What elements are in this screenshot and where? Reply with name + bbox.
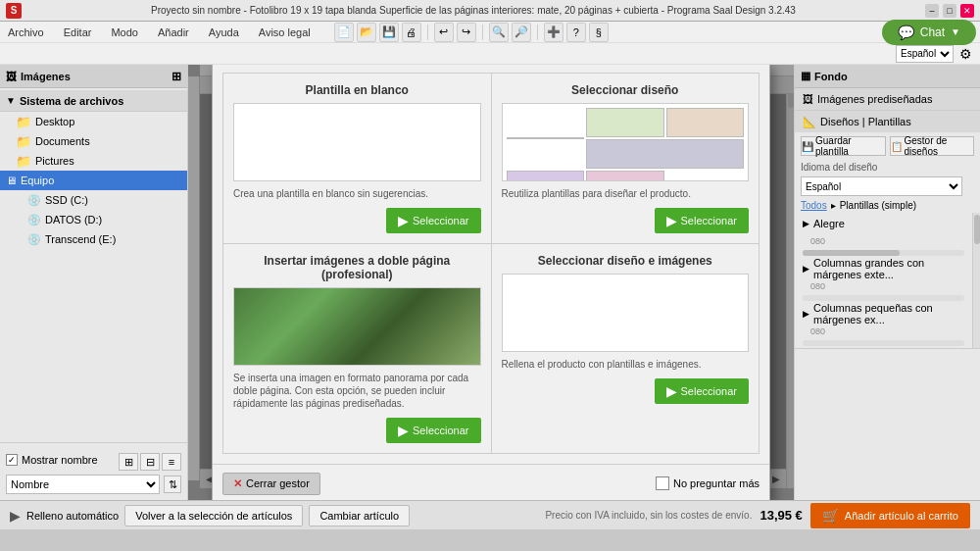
- no-ask-checkbox[interactable]: [656, 476, 669, 490]
- footer-left: ▶ Relleno automático Volver a la selecci…: [10, 505, 410, 526]
- drive-icon: 💿: [27, 194, 41, 207]
- design-list: ▶ Alegre 080 ▶ Columnas grandes con márg…: [795, 213, 972, 348]
- cart-icon: 🛒: [822, 508, 839, 524]
- help-btn[interactable]: ?: [566, 23, 586, 42]
- sidebar-item-datos[interactable]: 💿 DATOS (D:): [0, 210, 187, 229]
- slider-3[interactable]: [803, 340, 964, 346]
- price-value: 13,95 €: [760, 508, 802, 523]
- right-panel: ▦ Fondo 🖼 Imágenes prediseñadas 📐 Diseño…: [794, 65, 980, 500]
- item-label: Pictures: [35, 155, 74, 167]
- scroll-thumb[interactable]: [974, 215, 980, 244]
- sidebar-item-desktop[interactable]: 📁 Desktop: [0, 112, 187, 131]
- design-item-columnas-grandes[interactable]: ▶ Columnas grandes con márgenes exte...: [795, 258, 972, 279]
- blank-select-button[interactable]: ▶ Seleccionar: [386, 208, 480, 233]
- slider-1[interactable]: [803, 250, 964, 256]
- footer-right: Precio con IVA incluido, sin los costes …: [545, 503, 970, 528]
- preset-images-section: 🖼 Imágenes prediseñadas: [795, 88, 980, 111]
- design-images-select-button[interactable]: ▶ Seleccionar: [655, 378, 749, 404]
- close-button[interactable]: ✕: [960, 4, 974, 18]
- preset-header[interactable]: 🖼 Imágenes prediseñadas: [795, 88, 980, 110]
- design-select-button[interactable]: ▶ Seleccionar: [655, 208, 749, 233]
- back-button[interactable]: Volver a la selección de artículos: [124, 505, 303, 526]
- dialog-grid: Plantilla en blanco Crea una plantilla e…: [222, 73, 760, 454]
- design-list-container: ▶ Alegre 080 ▶ Columnas grandes con márg…: [795, 213, 980, 348]
- close-dialog-button[interactable]: ✕ Cerrar gestor: [222, 473, 320, 495]
- select-design-title: Seleccionar diseño: [502, 83, 750, 97]
- view-grid2-btn[interactable]: ⊟: [140, 453, 160, 471]
- footer: ▶ Relleno automático Volver a la selecci…: [0, 500, 980, 529]
- title-bar: S Proyecto sin nombre - Fotolibro 19 x 1…: [0, 0, 980, 22]
- autofill-icon: ▶: [10, 508, 21, 524]
- sidebar-item-documents[interactable]: 📁 Documents: [0, 131, 187, 151]
- sort-direction-btn[interactable]: ⇅: [164, 476, 181, 493]
- sidebar-item-transcend[interactable]: 💿 Transcend (E:): [0, 229, 187, 249]
- designs-icon: 📐: [803, 116, 816, 128]
- sort-select[interactable]: Nombre: [6, 475, 160, 494]
- filter-all-link[interactable]: Todos: [801, 200, 827, 211]
- design-lang-select[interactable]: Español: [801, 176, 962, 196]
- lang-select[interactable]: Español: [896, 45, 954, 63]
- close-label: Cerrar gestor: [246, 477, 310, 489]
- chat-button[interactable]: 💬 Chat ▼: [882, 20, 976, 45]
- file-system-header[interactable]: ▼ Sistema de archivos: [0, 90, 187, 112]
- design-manager-btn[interactable]: 📋 Gestor de diseños: [890, 136, 975, 156]
- menu-aviso[interactable]: Aviso legal: [255, 25, 315, 40]
- panorama-desc: Se inserta una imagen en formato panoram…: [233, 372, 481, 410]
- blank-title: Plantilla en blanco: [233, 83, 481, 97]
- sidebar-item-pictures[interactable]: 📁 Pictures: [0, 151, 187, 171]
- lang-label: Idioma del diseño: [795, 160, 980, 175]
- slider-2[interactable]: [803, 295, 964, 301]
- sidebar: 🖼 Imágenes ⊞ ▼ Sistema de archivos 📁 Des…: [0, 65, 188, 500]
- zoom2-btn[interactable]: 🔎: [512, 23, 531, 42]
- zoom-btn[interactable]: 🔍: [489, 23, 509, 42]
- menu-archivo[interactable]: Archivo: [4, 25, 48, 40]
- menu-editar[interactable]: Editar: [60, 25, 96, 40]
- sidebar-item-equipo[interactable]: 🖥 Equipo: [0, 171, 187, 190]
- select-arrow-icon4: ▶: [666, 383, 677, 399]
- slider-value-1: 080: [795, 234, 972, 248]
- view-grid1-btn[interactable]: ⊞: [119, 453, 138, 471]
- menu-modo[interactable]: Modo: [107, 25, 142, 40]
- panorama-select-button[interactable]: ▶ Seleccionar: [386, 418, 480, 443]
- save-template-btn[interactable]: 💾 Guardar plantilla: [801, 136, 886, 156]
- design-images-desc: Rellena el producto con plantillas e imá…: [502, 358, 750, 371]
- add-btn[interactable]: ➕: [544, 23, 564, 42]
- design-item-columnas-pequeñas[interactable]: ▶ Columnas pequeñas con márgenes ex...: [795, 303, 972, 325]
- no-ask-label: No preguntar más: [673, 477, 760, 489]
- toolbar2: Español ⚙: [0, 43, 980, 65]
- designs-header[interactable]: 📐 Diseños | Plantillas: [795, 111, 980, 132]
- minimize-button[interactable]: –: [925, 4, 939, 18]
- manager-icon: 📋: [891, 141, 903, 152]
- change-article-button[interactable]: Cambiar artículo: [309, 505, 410, 526]
- show-name-checkbox[interactable]: ✓: [6, 454, 18, 466]
- chat-dropdown-icon: ▼: [951, 26, 960, 37]
- show-name-label: Mostrar nombre: [22, 454, 98, 466]
- drive-icon: 💿: [27, 214, 41, 226]
- design-preview: [502, 103, 750, 181]
- open-btn[interactable]: 📂: [357, 23, 376, 42]
- add-to-cart-button[interactable]: 🛒 Añadir artículo al carrito: [810, 503, 970, 528]
- save-btn[interactable]: 💾: [379, 23, 399, 42]
- app-icon: S: [6, 3, 22, 19]
- menu-bar: Archivo Editar Modo Añadir Ayuda Aviso l…: [0, 22, 980, 43]
- sidebar-expand-icon[interactable]: ⊞: [172, 70, 181, 83]
- undo-btn[interactable]: ↩: [434, 23, 454, 42]
- design-item-alegre[interactable]: ▶ Alegre: [795, 213, 972, 234]
- sidebar-title: Imágenes: [21, 71, 71, 82]
- law-btn[interactable]: §: [589, 23, 609, 42]
- view-list-btn[interactable]: ≡: [162, 453, 181, 471]
- menu-añadir[interactable]: Añadir: [154, 25, 193, 40]
- computer-icon: 🖥: [6, 175, 17, 186]
- design-name3: Columnas pequeñas con márgenes ex...: [813, 302, 964, 326]
- right-panel-scrollbar[interactable]: [972, 213, 980, 348]
- settings-icon[interactable]: ⚙: [959, 46, 972, 62]
- menu-ayuda[interactable]: Ayuda: [205, 25, 243, 40]
- sidebar-item-ssd[interactable]: 💿 SSD (C:): [0, 190, 187, 210]
- select-arrow-icon2: ▶: [666, 213, 677, 228]
- panorama-image: [234, 288, 480, 365]
- new-btn[interactable]: 📄: [334, 23, 354, 42]
- item-label: Desktop: [35, 116, 74, 127]
- redo-btn[interactable]: ↪: [457, 23, 476, 42]
- print-btn[interactable]: 🖨: [402, 23, 421, 42]
- maximize-button[interactable]: □: [943, 4, 956, 18]
